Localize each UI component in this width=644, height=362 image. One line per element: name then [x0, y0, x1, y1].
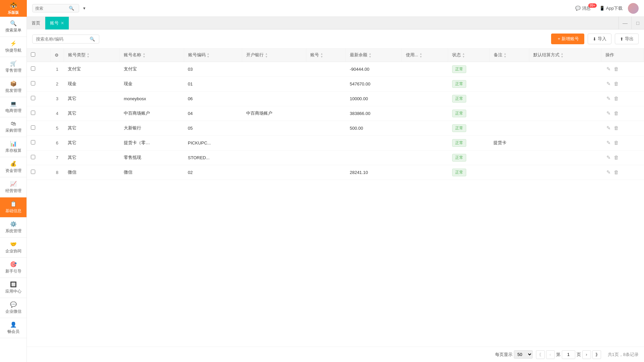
row-status: 正常	[448, 106, 490, 121]
sidebar-item-purchase[interactable]: 🛍采购管理	[0, 117, 26, 137]
sidebar-item-wechat[interactable]: 💬企业微信	[0, 298, 26, 318]
sidebar-item-system[interactable]: ⚙️系统管理	[0, 218, 26, 238]
sidebar-item-apps[interactable]: 🔲应用中心	[0, 278, 26, 298]
row-checkbox-0[interactable]	[31, 66, 35, 71]
th-remark[interactable]: 备注▲▼	[489, 49, 529, 62]
page-size-selector: 每页显示 102050100	[495, 350, 533, 359]
status-badge: 正常	[452, 65, 466, 73]
th-settlement[interactable]: 默认结算方式▲▼	[529, 49, 601, 62]
topbar-search-input[interactable]	[35, 6, 69, 11]
th-status[interactable]: 状态▲▼	[448, 49, 490, 62]
row-bank	[242, 76, 306, 91]
row-checkbox-4[interactable]	[31, 125, 35, 130]
delete-button-0[interactable]: 🗑	[613, 66, 620, 72]
sidebar-item-wholesale[interactable]: 📦批发管理	[0, 77, 26, 97]
tab-account[interactable]: 账号✕	[45, 17, 69, 29]
th-account[interactable]: 账号▲▼	[306, 49, 346, 62]
first-page-button[interactable]: ⟪	[536, 350, 545, 359]
row-account	[306, 150, 346, 165]
edit-button-6[interactable]: ✎	[605, 155, 612, 161]
maximize-button[interactable]: □	[631, 17, 644, 29]
table-row: 1支付宝支付宝03-90444.00正常 ✎ 🗑	[27, 62, 644, 76]
sidebar-item-guide[interactable]: 🎯新手引导	[0, 258, 26, 278]
delete-button-6[interactable]: 🗑	[613, 155, 620, 160]
select-all-checkbox[interactable]	[31, 52, 35, 57]
row-type: 其它	[64, 121, 120, 135]
export-button[interactable]: ⬆ 导出	[615, 34, 639, 44]
sidebar-item-operation[interactable]: 📈经营管理	[0, 177, 26, 197]
account-search-input[interactable]	[36, 37, 90, 42]
minimize-button[interactable]: —	[619, 17, 631, 29]
sidebar-item-retail[interactable]: 🛒零售管理	[0, 57, 26, 77]
edit-button-0[interactable]: ✎	[605, 66, 612, 72]
row-checkbox-cell	[27, 62, 50, 76]
add-account-button[interactable]: + 新增账号	[551, 34, 584, 44]
sidebar-item-cooperation[interactable]: 🤝企业协同	[0, 238, 26, 258]
row-usage	[401, 91, 448, 106]
th-name[interactable]: 账号名称▲▼	[120, 49, 184, 62]
import-button[interactable]: ⬇ 导入	[588, 34, 611, 44]
edit-button-4[interactable]: ✎	[605, 125, 612, 131]
row-settlement	[529, 165, 601, 180]
tab-home[interactable]: 首页	[27, 17, 45, 29]
row-account	[306, 121, 346, 135]
delete-button-7[interactable]: 🗑	[613, 169, 620, 175]
delete-button-1[interactable]: 🗑	[613, 81, 620, 86]
row-code: 01	[184, 76, 242, 91]
delete-button-2[interactable]: 🗑	[613, 96, 620, 101]
row-checkbox-3[interactable]	[31, 111, 35, 115]
row-remark	[489, 91, 529, 106]
sidebar: 🐯 乐版版 🔍搜索菜单⚡快捷导航🛒零售管理📦批发管理💻电商管理🛍采购管理📊库存核…	[0, 0, 27, 362]
row-checkbox-5[interactable]	[31, 140, 35, 144]
sidebar-item-ecommerce[interactable]: 💻电商管理	[0, 97, 26, 117]
topbar-dropdown[interactable]: ▾	[83, 6, 86, 11]
row-type: 支付宝	[64, 62, 120, 76]
th-type[interactable]: 账号类型▲▼	[64, 49, 120, 62]
sidebar-label-finance: 资金管理	[5, 168, 21, 174]
th-code[interactable]: 账号编码▲▼	[184, 49, 242, 62]
total-info: 共1页，8条记录	[608, 352, 639, 358]
row-checkbox-2[interactable]	[31, 96, 35, 100]
row-name: 中百商场账户	[120, 106, 184, 121]
row-checkbox-6[interactable]	[31, 155, 35, 159]
th-usage[interactable]: 使用...▲▼	[401, 49, 448, 62]
sidebar-item-member[interactable]: 👤畅会员	[0, 318, 26, 338]
edit-button-5[interactable]: ✎	[605, 140, 612, 146]
sidebar-item-basic[interactable]: 📋基础信息	[0, 197, 26, 218]
edit-button-7[interactable]: ✎	[605, 169, 612, 175]
row-num: 6	[50, 135, 64, 150]
app-logo[interactable]: 🐯 乐版版	[0, 0, 27, 17]
topbar-search-icon: 🔍	[69, 6, 74, 11]
sidebar-item-inventory[interactable]: 📊库存核算	[0, 137, 26, 157]
page-size-select[interactable]: 102050100	[514, 350, 533, 359]
th-bank[interactable]: 开户银行▲▼	[242, 49, 306, 62]
table-body: 1支付宝支付宝03-90444.00正常 ✎ 🗑 2现金现金01547670.0…	[27, 62, 644, 180]
row-bank	[242, 165, 306, 180]
row-name: 提货卡（零…	[120, 135, 184, 150]
row-checkbox-cell	[27, 106, 50, 121]
delete-button-4[interactable]: 🗑	[613, 125, 620, 131]
message-button[interactable]: 💬 消息 99+	[575, 5, 594, 11]
row-usage	[401, 121, 448, 135]
tab-close-account[interactable]: ✕	[61, 21, 64, 25]
current-page-input[interactable]	[562, 350, 575, 359]
th-balance[interactable]: 最新余额▲▼	[346, 49, 402, 62]
sidebar-item-search[interactable]: 🔍搜索菜单	[0, 17, 26, 37]
prev-page-button[interactable]: ‹	[546, 350, 555, 359]
user-avatar[interactable]	[628, 3, 639, 14]
sidebar-item-shortcut[interactable]: ⚡快捷导航	[0, 37, 26, 57]
delete-button-5[interactable]: 🗑	[613, 140, 620, 145]
app-download-button[interactable]: 📱 App下载	[599, 5, 623, 11]
edit-button-1[interactable]: ✎	[605, 81, 612, 87]
member-icon: 👤	[10, 321, 17, 328]
edit-button-3[interactable]: ✎	[605, 110, 612, 116]
row-checkbox-1[interactable]	[31, 81, 35, 85]
row-checkbox-7[interactable]	[31, 170, 35, 174]
last-page-button[interactable]: ⟫	[592, 350, 601, 359]
row-status: 正常	[448, 91, 490, 106]
edit-button-2[interactable]: ✎	[605, 96, 612, 102]
status-badge: 正常	[452, 139, 466, 147]
sidebar-item-finance[interactable]: 💰资金管理	[0, 157, 26, 177]
next-page-button[interactable]: ›	[582, 350, 591, 359]
delete-button-3[interactable]: 🗑	[613, 110, 620, 116]
